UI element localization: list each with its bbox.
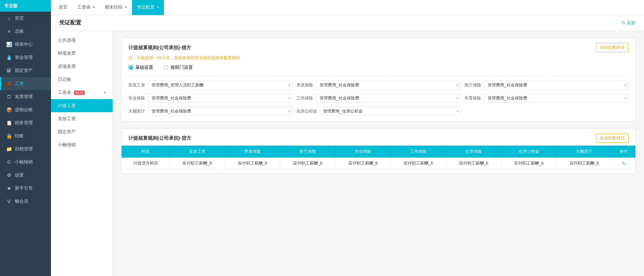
nav-xiaochang-exp[interactable]: 小畅报销 [51, 138, 113, 151]
field-medical-label: 医疗保险 [465, 82, 482, 88]
tab-period-end-close[interactable]: × [125, 5, 127, 10]
field-large-medical-select[interactable]: 管理费用_社会保险费 [148, 107, 292, 116]
sidebar-item-invoices[interactable]: 🗒 发票管理 [0, 90, 51, 103]
payroll-icon: 💼 [6, 81, 12, 86]
settings-icon: ⚙ [6, 172, 12, 178]
nav-issue-payroll[interactable]: 发放工资 [51, 112, 113, 125]
field-large-medical: 大额医疗 管理费用_社会保险费 [128, 107, 292, 116]
field-pension-label: 养老保险 [297, 82, 314, 88]
field-injury-label: 工伤保险 [297, 95, 314, 101]
sidebar-item-inventory[interactable]: 📦 进销台账 [0, 103, 51, 116]
sidebar-item-assets[interactable]: 🏛 固定资产 [0, 64, 51, 77]
debit-fields-grid: 应发工资 管理费用_管理人员职工薪酬 养老保险 管理费用_社会保险费 医疗保险 [122, 81, 635, 121]
edit-icon[interactable]: ✎ [622, 161, 626, 166]
field-injury-select[interactable]: 管理费用_社会保险费 [316, 94, 460, 103]
field-housing-label: 住房公积金 [297, 108, 317, 114]
debit-auto-match-button[interactable]: 自动匹配科目 [596, 43, 629, 52]
field-maternity-label: 生育保险 [465, 95, 482, 101]
radio-department[interactable]: 按部门设置 [164, 64, 193, 71]
sidebar-item-xiaochang[interactable]: © 小畅报销 [0, 156, 51, 169]
sidebar-item-reports[interactable]: 📊 报表中心 [0, 38, 51, 51]
field-unemployment: 失业保险 管理费用_社会保险费 [128, 94, 292, 103]
field-maternity: 生育保险 管理费用_社会保险费 [465, 94, 629, 103]
credit-section-header: 计提核算规则(公司承担)-贷方 自动匹配科目 [122, 129, 635, 146]
sidebar-item-payroll[interactable]: 💼 工资 [0, 77, 51, 90]
nav-calc-payroll[interactable]: 计提工资 [51, 99, 113, 112]
refresh-button[interactable]: ↻ 刷新 [622, 20, 636, 26]
tab-voucher-config[interactable]: 凭证配置 × [132, 0, 164, 15]
field-unemployment-label: 失业保险 [128, 95, 146, 101]
nav-journal[interactable]: 日记账 [51, 73, 113, 86]
field-pension: 养老保险 管理费用_社会保险费 [297, 81, 460, 89]
radio-group: 基础设置 按部门设置 [122, 64, 635, 75]
nav-public[interactable]: 公共选项 [51, 34, 113, 47]
nav-payroll-table[interactable]: 工资表 NEW ▾ [51, 86, 113, 99]
inventory-icon: 📦 [6, 107, 12, 113]
field-pension-select[interactable]: 管理费用_社会保险费 [316, 81, 460, 89]
layout: 公共选项 销项发票 进项发票 日记账 工资表 NEW ▾ 计提工资 发放工资 [51, 31, 644, 276]
sidebar-item-archive[interactable]: 📁 归档管理 [0, 142, 51, 156]
col-large-medical: 大额医疗 [557, 146, 612, 158]
field-medical-select-wrapper: 管理费用_社会保险费 [485, 81, 629, 89]
nav-sales-invoice[interactable]: 销项发票 [51, 47, 113, 60]
credit-table-container: 科目 应发工资 养老保险 医疗保险 失业保险 工伤保险 生育保险 住房公积金 大… [122, 146, 635, 173]
debit-note: 注：只能选择一种方式，系统将按照您当前的选择来配置规则 [122, 55, 635, 64]
sidebar-item-home[interactable]: ⌂ 首页 [0, 12, 51, 25]
page-title: 凭证配置 [59, 19, 81, 26]
close-account-icon: 🔒 [6, 133, 12, 139]
col-medical: 医疗保险 [280, 146, 336, 158]
row-action[interactable]: ✎ [612, 158, 635, 169]
field-maternity-select[interactable]: 管理费用_社会保险费 [485, 94, 629, 103]
assets-icon: 🏛 [6, 68, 12, 73]
sidebar-item-vip[interactable]: V 畅会员 [0, 195, 51, 208]
radio-basic-circle [128, 65, 133, 70]
tab-salary[interactable]: 工资表 × [72, 0, 100, 15]
col-action: 操作 [612, 146, 635, 158]
main-area: 首页 工资表 × 期末结转 × 凭证配置 × 凭证配置 ↻ 刷新 公共选项 [51, 0, 644, 276]
page-header: 凭证配置 ↻ 刷新 [51, 15, 644, 31]
tab-home[interactable]: 首页 [54, 0, 72, 15]
field-unemployment-select-wrapper: 管理费用_社会保险费 [148, 94, 292, 103]
table-row: 计提贷方科目 应付职工薪酬_b 应付职工薪酬_b 应付职工薪酬_b 应付职工薪酬… [122, 158, 635, 169]
credit-section-title: 计提核算规则(公司承担)-贷方 [128, 135, 191, 141]
nav-fixed-assets[interactable]: 固定资产 [51, 125, 113, 138]
sidebar-item-ledger[interactable]: ≡ 总账 [0, 25, 51, 38]
refresh-icon: ↻ [622, 20, 625, 25]
field-salary-select-wrapper: 管理费用_管理人员职工薪酬 [148, 81, 292, 89]
sidebar-item-close[interactable]: 🔒 结账 [0, 129, 51, 142]
sidebar-item-guide[interactable]: ★ 新手引导 [0, 182, 51, 195]
row-medical: 应付职工薪酬_b [280, 158, 336, 169]
field-unemployment-select[interactable]: 管理费用_社会保险费 [148, 94, 292, 103]
reports-icon: 📊 [6, 42, 12, 47]
credit-auto-match-button[interactable]: 自动匹配科目 [596, 134, 629, 143]
col-maternity: 生育保险 [446, 146, 501, 158]
sidebar-item-settings[interactable]: ⚙ 设置 [0, 169, 51, 182]
nav-purchase-invoice[interactable]: 进项发票 [51, 60, 113, 73]
sidebar-item-funds[interactable]: 💧 资金管理 [0, 51, 51, 64]
app-title: 专业版 [0, 0, 51, 12]
row-injury: 应付职工薪酬_b [391, 158, 446, 169]
vip-icon: V [6, 199, 12, 204]
field-injury: 工伤保险 管理费用_社会保险费 [297, 94, 460, 103]
field-large-medical-select-wrapper: 管理费用_社会保险费 [148, 107, 292, 116]
tab-salary-close[interactable]: × [93, 5, 95, 10]
debit-section-header: 计提核算规则(公司承担)-借方 自动匹配科目 [122, 38, 635, 55]
radio-basic[interactable]: 基础设置 [128, 64, 153, 71]
row-salary: 应付职工薪酬_b [170, 158, 225, 169]
archive-icon: 📁 [6, 146, 12, 152]
row-subject: 计提贷方科目 [122, 158, 170, 169]
field-injury-select-wrapper: 管理费用_社会保险费 [316, 94, 460, 103]
row-maternity: 应付职工薪酬_b [446, 158, 501, 169]
new-badge: NEW [74, 91, 85, 95]
tab-voucher-config-close[interactable]: × [157, 5, 159, 10]
topbar: 首页 工资表 × 期末结转 × 凭证配置 × [51, 0, 644, 15]
funds-icon: 💧 [6, 55, 12, 60]
field-housing-select[interactable]: 管理费用_住房公积金 [320, 107, 460, 116]
sidebar-item-tax[interactable]: 📋 税务管理 [0, 116, 51, 129]
field-medical-select[interactable]: 管理费用_社会保险费 [485, 81, 629, 89]
field-maternity-select-wrapper: 管理费用_社会保险费 [485, 94, 629, 103]
field-pension-select-wrapper: 管理费用_社会保险费 [316, 81, 460, 89]
field-salary-select[interactable]: 管理费用_管理人员职工薪酬 [148, 81, 292, 89]
tab-period-end[interactable]: 期末结转 × [100, 0, 132, 15]
col-unemployment: 失业保险 [335, 146, 391, 158]
